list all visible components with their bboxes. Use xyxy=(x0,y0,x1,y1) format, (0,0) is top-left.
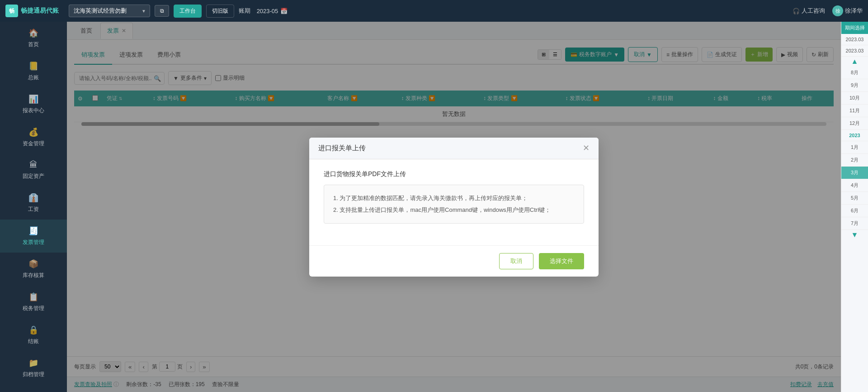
period-item-may[interactable]: 5月 xyxy=(841,192,868,205)
period-item-year[interactable]: 2023 xyxy=(841,130,868,141)
sidebar-item-tax[interactable]: 📋 税务管理 xyxy=(0,286,67,319)
sidebar-item-label: 归档管理 xyxy=(23,371,44,378)
modal-close-button[interactable]: ✕ xyxy=(583,144,590,152)
sidebar-item-label: 发票管理 xyxy=(23,239,44,246)
switch-version-button[interactable]: 切旧版 xyxy=(206,5,234,18)
modal-header: 进口报关单上传 ✕ xyxy=(309,138,599,159)
invoice-icon: 🧾 xyxy=(28,226,38,236)
modal-body: 进口货物报关单PDF文件上传 1. 为了更加精准的数据匹配，请先录入海关缴款书，… xyxy=(309,159,599,245)
modal-info-box: 1. 为了更加精准的数据匹配，请先录入海关缴款书，再上传对应的报关单； 2. 支… xyxy=(324,185,584,224)
main-layout: 🏠 首页 📒 总账 📊 报表中心 💰 资金管理 🏛 固定资产 👔 工资 🧾 发票… xyxy=(0,22,868,392)
sidebar-item-reports[interactable]: 📊 报表中心 xyxy=(0,88,67,121)
inventory-icon: 📦 xyxy=(28,259,38,269)
sidebar-item-close[interactable]: 🔒 结账 xyxy=(0,319,67,352)
header-right: 🎧 人工咨询 徐 徐泽华 xyxy=(793,5,863,16)
chevron-down-icon: ▼ xyxy=(851,231,859,239)
ledger-icon: 📒 xyxy=(28,61,38,71)
import-modal: 进口报关单上传 ✕ 进口货物报关单PDF文件上传 1. 为了更加精准的数据匹配，… xyxy=(309,138,599,277)
content-area: 首页 发票 ✕ 销项发票 进项发票 费用小票 xyxy=(67,22,841,392)
modal-section-title: 进口货物报关单PDF文件上传 xyxy=(324,170,584,178)
period-item-jul[interactable]: 7月 xyxy=(841,217,868,230)
home-icon: 🏠 xyxy=(28,28,38,38)
period-item-3[interactable]: 9月 xyxy=(841,79,868,92)
app-logo: 畅 畅捷通易代账 xyxy=(5,5,64,17)
period-label: 账期 2023-05 📅 xyxy=(239,7,288,15)
period-item-jan[interactable]: 1月 xyxy=(841,141,868,154)
chevron-up-icon: ▲ xyxy=(851,57,859,66)
company-selector-arrow-icon: ▼ xyxy=(142,9,146,14)
period-item-1[interactable]: 2023.03 xyxy=(841,45,868,57)
modal-info-item-2: 2. 支持批量上传进口报关单，mac用户使用Command键，windows用户… xyxy=(333,204,575,216)
salary-icon: 👔 xyxy=(28,193,38,203)
period-scroll-down[interactable]: ▼ xyxy=(841,230,868,240)
modal-overlay[interactable]: 进口报关单上传 ✕ 进口货物报关单PDF文件上传 1. 为了更加精准的数据匹配，… xyxy=(67,22,841,392)
sidebar-item-home[interactable]: 🏠 首页 xyxy=(0,22,67,55)
sidebar-item-label: 工资 xyxy=(28,206,39,213)
sidebar-item-label: 税务管理 xyxy=(23,305,44,312)
sidebar: 🏠 首页 📒 总账 📊 报表中心 💰 资金管理 🏛 固定资产 👔 工资 🧾 发票… xyxy=(0,22,67,392)
copy-icon-btn[interactable]: ⧉ xyxy=(155,5,169,17)
avatar: 徐 xyxy=(832,5,843,16)
period-item-mar[interactable]: 3月 xyxy=(841,167,868,179)
sidebar-item-label: 结账 xyxy=(28,338,39,345)
top-header: 畅 畅捷通易代账 沈海英测试经营勿删 ▼ ⧉ 工作台 切旧版 账期 2023-0… xyxy=(0,0,868,22)
sidebar-item-label: 库存核算 xyxy=(23,272,44,279)
period-item-feb[interactable]: 2月 xyxy=(841,154,868,167)
modal-cancel-button[interactable]: 取消 xyxy=(499,253,533,269)
period-item-2[interactable]: 8月 xyxy=(841,67,868,79)
sidebar-item-label: 固定资产 xyxy=(23,172,44,180)
modal-select-file-button[interactable]: 选择文件 xyxy=(539,253,584,269)
company-name: 沈海英测试经营勿删 xyxy=(74,7,127,15)
company-selector[interactable]: 沈海英测试经营勿删 ▼ xyxy=(69,5,150,17)
headset-icon: 🎧 xyxy=(793,8,800,14)
modal-info-item-1: 1. 为了更加精准的数据匹配，请先录入海关缴款书，再上传对应的报关单； xyxy=(333,192,575,204)
period-item-6[interactable]: 12月 xyxy=(841,117,868,130)
sidebar-item-label: 首页 xyxy=(28,41,39,48)
sidebar-item-settings[interactable]: ⚙ 设置 xyxy=(0,385,67,392)
calendar-icon[interactable]: 📅 xyxy=(280,8,288,14)
sidebar-item-assets[interactable]: 🏛 固定资产 xyxy=(0,154,67,186)
period-item-4[interactable]: 10月 xyxy=(841,92,868,105)
period-item-0[interactable]: 2023.03 xyxy=(841,34,868,45)
sidebar-item-label: 资金管理 xyxy=(23,140,44,148)
app-logo-text: 畅捷通易代账 xyxy=(21,7,59,15)
modal-title: 进口报关单上传 xyxy=(318,144,366,153)
tax-icon: 📋 xyxy=(28,292,38,302)
period-panel: 期间选择 2023.03 2023.03 ▲ 8月 9月 10月 11月 12月… xyxy=(841,22,868,392)
close-period-icon: 🔒 xyxy=(28,325,38,335)
period-item-apr[interactable]: 4月 xyxy=(841,179,868,192)
period-item-jun[interactable]: 6月 xyxy=(841,205,868,217)
app-logo-icon: 畅 xyxy=(5,5,18,17)
period-item-5[interactable]: 11月 xyxy=(841,105,868,117)
sidebar-item-label: 报表中心 xyxy=(23,107,44,115)
sidebar-item-archive[interactable]: 📁 归档管理 xyxy=(0,352,67,385)
period-panel-header[interactable]: 期间选择 xyxy=(841,22,868,34)
reports-icon: 📊 xyxy=(28,94,38,104)
assets-icon: 🏛 xyxy=(29,160,38,170)
sidebar-item-label: 总账 xyxy=(28,74,39,81)
sidebar-item-ledger[interactable]: 📒 总账 xyxy=(0,55,67,88)
sidebar-item-salary[interactable]: 👔 工资 xyxy=(0,186,67,220)
user-avatar[interactable]: 徐 徐泽华 xyxy=(832,5,863,16)
archive-icon: 📁 xyxy=(28,358,38,368)
workspace-button[interactable]: 工作台 xyxy=(174,5,202,18)
sidebar-item-invoice[interactable]: 🧾 发票管理 xyxy=(0,220,67,253)
sidebar-item-inventory[interactable]: 📦 库存核算 xyxy=(0,253,67,286)
period-scroll-up[interactable]: ▲ xyxy=(841,57,868,67)
sidebar-item-finance[interactable]: 💰 资金管理 xyxy=(0,121,67,154)
finance-icon: 💰 xyxy=(28,127,38,137)
modal-footer: 取消 选择文件 xyxy=(309,245,599,277)
support-btn[interactable]: 🎧 人工咨询 xyxy=(793,7,825,15)
